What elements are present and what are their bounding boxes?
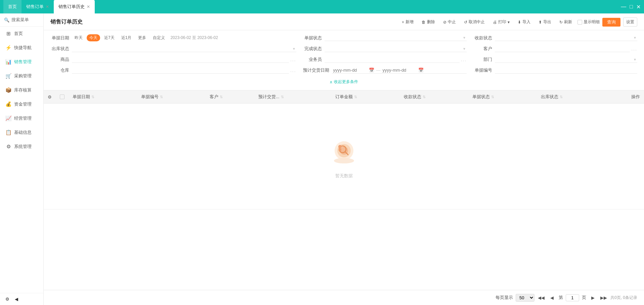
product-input[interactable]	[72, 56, 289, 63]
max-icon[interactable]: □	[630, 4, 633, 10]
sidebar-item-quick-nav[interactable]: ⚡ 快捷导航	[0, 41, 43, 55]
page-size-label: 每页显示	[496, 295, 513, 301]
cancel-stop-button[interactable]: ↺ 取消中止	[461, 18, 487, 26]
th-expected-sort[interactable]: 预计交货... ⇅	[258, 94, 327, 100]
cancel-stop-icon: ↺	[464, 20, 467, 25]
receipt-status-select[interactable]: ▾	[495, 35, 637, 41]
add-button[interactable]: + 新增	[399, 18, 416, 26]
tab-home[interactable]: 首页	[3, 0, 22, 13]
filter-completion-col: 完成状态 ▾	[303, 46, 474, 52]
next-page-button[interactable]: ▶	[589, 294, 597, 302]
select-all-checkbox[interactable]	[60, 94, 65, 99]
sidebar-item-inventory[interactable]: 📦 库存核算	[0, 83, 43, 97]
print-button[interactable]: 🖨 打印 ▾	[490, 18, 512, 26]
date-tag-7days[interactable]: 近7天	[101, 34, 117, 41]
stop-label: 中止	[448, 19, 456, 25]
customer-input[interactable]	[495, 45, 630, 52]
tab-sales-order-history[interactable]: 销售订单历史 ✕	[54, 0, 95, 13]
calendar-from-icon[interactable]: 📅	[369, 68, 374, 73]
product-dots[interactable]: ...	[290, 57, 296, 62]
query-button[interactable]: 查询	[602, 18, 620, 27]
last-page-button[interactable]: ▶▶	[600, 294, 608, 302]
tab-sales-order-close[interactable]: ✕	[46, 4, 49, 9]
warehouse-dots[interactable]: ...	[290, 68, 296, 73]
sales-input[interactable]	[325, 56, 460, 63]
sidebar-item-sales-label: 销售管理	[14, 59, 32, 65]
date-tag-custom[interactable]: 自定义	[150, 34, 168, 41]
page-size-select[interactable]: 50 10 20 100	[516, 294, 534, 302]
date-tag-1month[interactable]: 近1月	[119, 34, 134, 41]
sales-dots[interactable]: ...	[461, 57, 467, 62]
filter-warehouse-col: 仓库 ...	[50, 67, 303, 74]
display-detail-label: 显示明细	[584, 19, 600, 25]
prev-page-button[interactable]: ◀	[548, 294, 556, 302]
delete-button[interactable]: 🗑 删除	[419, 18, 438, 26]
expected-date-from[interactable]	[333, 68, 367, 73]
completion-chevron-icon: ▾	[463, 46, 465, 51]
sidebar-settings-icon[interactable]: ⚙	[5, 297, 9, 302]
th-customer-sort[interactable]: 客户 ⇅	[210, 94, 250, 100]
sidebar-search[interactable]: 🔍 搜索菜单	[0, 13, 43, 27]
stop-button[interactable]: ⊘ 中止	[440, 18, 459, 26]
export-button[interactable]: ⬆ 导出	[536, 18, 554, 26]
filter-dept-col: 部门 ▾	[473, 56, 637, 63]
order-no-input[interactable]	[495, 67, 637, 74]
first-page-button[interactable]: ◀◀	[537, 294, 545, 302]
sidebar-item-capital[interactable]: 💰 资金管理	[0, 97, 43, 111]
warehouse-input[interactable]	[72, 67, 289, 74]
sidebar-item-purchase-label: 采购管理	[14, 73, 32, 79]
completion-select[interactable]: ▾	[325, 46, 467, 52]
th-outbound-label: 出库状态	[541, 94, 558, 100]
expected-date-to[interactable]	[383, 68, 416, 73]
th-doc-sort[interactable]: 单据状态 ⇅	[472, 94, 533, 100]
sidebar-item-basic-info[interactable]: 📋 基础信息	[0, 125, 43, 140]
refresh-button[interactable]: ↻ 刷新	[557, 18, 575, 26]
dept-select[interactable]: ▾	[495, 56, 637, 63]
empty-state-cell: 暂无数据	[44, 104, 644, 209]
sidebar-item-sales[interactable]: 📊 销售管理	[0, 55, 43, 69]
display-detail-toggle[interactable]: 显示明细	[577, 19, 600, 25]
import-button[interactable]: ⬇ 导入	[515, 18, 533, 26]
outbound-select[interactable]: ▾	[72, 46, 296, 52]
th-date-sort[interactable]: 单据日期 ⇅	[73, 94, 133, 100]
page-input[interactable]	[566, 294, 579, 301]
th-date: 单据日期 ⇅	[69, 90, 137, 104]
date-tag-yesterday[interactable]: 昨天	[72, 34, 85, 41]
tab-sales-order-history-close[interactable]: ✕	[87, 4, 90, 9]
display-detail-checkbox[interactable]	[577, 20, 582, 25]
svg-rect-7	[339, 148, 341, 151]
page-total: 共0页, 0条记录	[610, 295, 637, 301]
th-receipt-sort[interactable]: 收款状态 ⇅	[404, 94, 464, 100]
sidebar: 🔍 搜索菜单 ⊞ 首页 ⚡ 快捷导航 📊 销售管理 🛒 采购管理 📦 库存核算 …	[0, 13, 44, 305]
no-sort-icon: ⇅	[160, 95, 163, 99]
date-tag-more[interactable]: 更多	[135, 34, 149, 41]
toolbar: + 新增 🗑 删除 ⊘ 中止 ↺ 取消中止	[399, 17, 637, 27]
page-header: 销售订单历史 + 新增 🗑 删除 ⊘ 中止 ↺	[44, 13, 644, 30]
svg-point-6	[338, 145, 342, 148]
calendar-to-icon[interactable]: 📅	[418, 68, 424, 73]
table-settings-icon[interactable]: ⚙	[48, 94, 52, 100]
customer-dots[interactable]: ...	[631, 46, 637, 51]
collapse-row[interactable]: ∧ 收起更多条件	[50, 78, 637, 86]
basic-info-icon: 📋	[5, 129, 11, 136]
close-icon[interactable]: ✕	[636, 4, 641, 10]
status-select[interactable]: ▾	[325, 35, 467, 41]
status-label: 单据状态	[303, 35, 322, 41]
date-range-display: 2023-06-02 至 2023-06-02	[170, 35, 218, 41]
th-outbound-sort[interactable]: 出库状态 ⇅	[541, 94, 601, 100]
filter-section: 单据日期 昨天 今天 近7天 近1月 更多 自定义 2023-06-02 至 2…	[44, 30, 644, 90]
th-no-sort[interactable]: 单据编号 ⇅	[141, 94, 202, 100]
date-sort-icon: ⇅	[91, 95, 94, 99]
sidebar-item-system[interactable]: ⚙ 系统管理	[0, 140, 43, 154]
min-icon[interactable]: —	[621, 4, 626, 10]
date-tag-today[interactable]: 今天	[87, 34, 100, 41]
th-doc-label: 单据状态	[472, 94, 490, 100]
sidebar-item-home[interactable]: ⊞ 首页	[0, 27, 43, 41]
th-no: 单据编号 ⇅	[137, 90, 206, 104]
tab-sales-order[interactable]: 销售订单 ✕	[22, 0, 54, 13]
sidebar-item-operation[interactable]: 📈 经营管理	[0, 111, 43, 125]
th-amount-sort[interactable]: 订单金额 ⇅	[335, 94, 396, 100]
sidebar-collapse-icon[interactable]: ◀	[15, 297, 18, 302]
sidebar-item-purchase[interactable]: 🛒 采购管理	[0, 69, 43, 83]
settings-button[interactable]: 设置	[623, 17, 637, 27]
